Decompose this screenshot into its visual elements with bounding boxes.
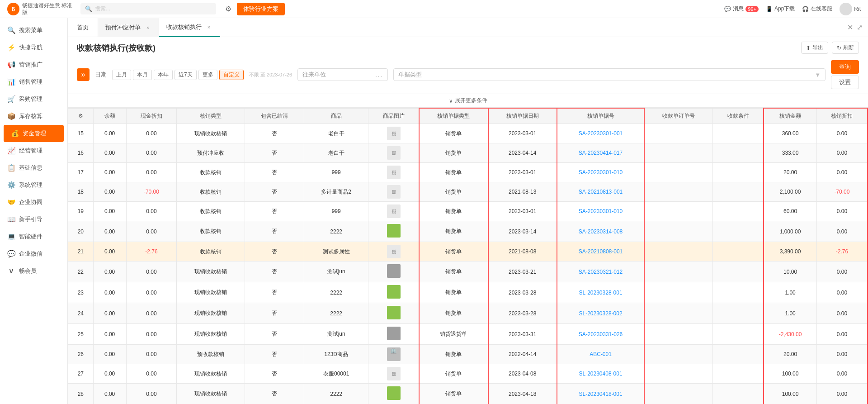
row-id: 21: [68, 242, 94, 261]
maximize-icon[interactable]: ⤢: [857, 23, 863, 32]
row-receipt-no: [644, 221, 712, 242]
export-btn[interactable]: ⬆ 导出: [801, 42, 828, 54]
operations-icon: 📈: [7, 147, 15, 155]
settings-icon[interactable]: ⚙: [225, 5, 231, 13]
app-download-btn[interactable]: 📱 App下载: [766, 5, 795, 13]
row-cancel-amount: 60.00: [764, 202, 816, 221]
sidebar-item-marketing[interactable]: 📢 营销推广: [0, 56, 67, 73]
doc-no-link[interactable]: SA-20230301-010: [579, 169, 623, 176]
doc-no-link[interactable]: ABC-001: [590, 351, 612, 357]
doc-no-link[interactable]: SA-20230301-010: [579, 208, 623, 214]
tab-bar-actions: ✕ ⤢: [842, 23, 868, 32]
date-label: 日期: [95, 71, 107, 79]
doc-no-link[interactable]: SA-20210808-001: [579, 248, 623, 255]
row-doc-date: 2021-08-13: [488, 182, 557, 202]
row-include-settled: 否: [245, 163, 304, 182]
doc-no-link[interactable]: SL-20230418-001: [579, 391, 623, 397]
sidebar-item-purchase[interactable]: 🛒 采购管理: [0, 90, 67, 108]
setting-btn[interactable]: 设置: [831, 76, 859, 89]
row-goods: 999: [304, 163, 368, 182]
tab-prepay[interactable]: 预付冲应付单 ×: [98, 18, 159, 37]
sidebar-item-quick[interactable]: ⚡ 快捷导航: [0, 39, 67, 56]
row-receipt-cond: [713, 202, 764, 221]
row-receipt-cond: [713, 242, 764, 261]
row-doc-date: 2023-03-01: [488, 124, 557, 143]
row-id: 25: [68, 324, 94, 345]
row-doc-no: SL-20230328-002: [557, 303, 644, 324]
row-cancel-type: 现销收款核销: [177, 324, 245, 345]
date-btn-custom[interactable]: 自定义: [219, 70, 244, 80]
goods-image: 🖼: [387, 204, 401, 218]
gear-header-icon[interactable]: ⚙: [78, 113, 83, 119]
row-doc-no: SL-20230328-001: [557, 282, 644, 303]
doc-type-filter[interactable]: 单据类型 ▼: [393, 68, 826, 81]
doc-no-link[interactable]: SA-20230314-008: [579, 228, 623, 235]
sidebar-item-hardware[interactable]: 💻 智能硬件: [0, 228, 67, 245]
doc-no-link[interactable]: SA-20210813-001: [579, 189, 623, 195]
doc-no-link[interactable]: SA-20230331-026: [579, 331, 623, 337]
tab-receipt-cancel[interactable]: 收款核销执行 ×: [159, 18, 220, 37]
online-service-btn[interactable]: 🎧 在线客服: [802, 5, 832, 13]
row-cancel-type: 现销收款核销: [177, 384, 245, 404]
refresh-btn[interactable]: ↻ 刷新: [832, 42, 859, 54]
sidebar-item-operations[interactable]: 📈 经营管理: [0, 142, 67, 159]
tab-home[interactable]: 首页: [68, 18, 98, 37]
top-search-input[interactable]: 🔍 搜索...: [80, 3, 216, 14]
row-cancel-amount: 2,100.00: [764, 182, 816, 202]
row-cash-discount: 0.00: [126, 384, 177, 404]
date-btn-this-month[interactable]: 本月: [133, 70, 152, 80]
expand-more-btn[interactable]: ∨ 展开更多条件: [449, 97, 487, 105]
row-doc-type: 销货单: [419, 345, 488, 364]
date-btn-7days[interactable]: 近7天: [175, 70, 197, 80]
date-btn-this-year[interactable]: 本年: [154, 70, 173, 80]
row-goods-img: [368, 384, 420, 404]
goods-image: [387, 306, 401, 319]
query-btn[interactable]: 查询: [831, 60, 859, 74]
row-goods-img: [368, 261, 420, 282]
sidebar-item-sales[interactable]: 📊 销售管理: [0, 73, 67, 90]
row-cancel-amount: 333.00: [764, 143, 816, 163]
goods-image: [387, 386, 401, 400]
sidebar-item-guide[interactable]: 📖 新手引导: [0, 211, 67, 228]
date-btn-more[interactable]: 更多: [198, 70, 217, 80]
sidebar-item-system[interactable]: ⚙️ 系统管理: [0, 176, 67, 194]
doc-no-link[interactable]: SL-20230328-002: [579, 310, 623, 317]
doc-no-link[interactable]: SL-20230328-001: [579, 290, 623, 296]
col-doc-type: 核销单据类型: [419, 108, 488, 124]
sidebar-item-wechat[interactable]: 💬 企业微信: [0, 245, 67, 262]
sidebar-item-member[interactable]: V 畅会员: [0, 262, 67, 280]
partner-filter[interactable]: 往来单位 ...: [297, 68, 388, 81]
sidebar-item-collab[interactable]: 🤝 企业协同: [0, 194, 67, 211]
row-goods-img: 🖼: [368, 163, 420, 182]
close-tab-prepay[interactable]: ×: [144, 24, 151, 31]
message-btn[interactable]: 💬 消息 99+: [724, 5, 759, 13]
row-doc-type: 销货退货单: [419, 324, 488, 345]
doc-no-link[interactable]: SA-20230301-001: [579, 130, 623, 137]
hardware-icon: 💻: [7, 233, 15, 241]
row-receipt-no: [644, 345, 712, 364]
basic-icon: 📋: [7, 164, 15, 172]
doc-no-link[interactable]: SA-20230321-012: [579, 269, 623, 275]
row-doc-no: SA-20230314-008: [557, 221, 644, 242]
date-btn-last-month[interactable]: 上月: [112, 70, 131, 80]
sidebar-item-finance[interactable]: 💰 资金管理: [4, 125, 64, 142]
filter-toggle-btn[interactable]: »: [77, 68, 90, 81]
row-receipt-cond: [713, 324, 764, 345]
row-cancel-amount: 20.00: [764, 163, 816, 182]
sidebar-item-basic[interactable]: 📋 基础信息: [0, 159, 67, 176]
row-cancel-amount: 1,000.00: [764, 221, 816, 242]
row-doc-no: ABC-001: [557, 345, 644, 364]
expand-more-bar: ∨ 展开更多条件: [68, 94, 868, 108]
row-receipt-no: [644, 364, 712, 384]
close-window-icon[interactable]: ✕: [847, 23, 853, 32]
row-cancel-amount: 10.00: [764, 261, 816, 282]
industry-btn[interactable]: 体验行业方案: [237, 3, 285, 15]
row-receipt-no: [644, 384, 712, 404]
user-area[interactable]: Rit: [840, 3, 861, 15]
doc-no-link[interactable]: SL-20230408-001: [579, 371, 623, 377]
marketing-icon: 📢: [7, 61, 15, 69]
doc-no-link[interactable]: SA-20230414-017: [579, 150, 623, 156]
sidebar-item-search[interactable]: 🔍 搜索菜单: [0, 22, 67, 39]
close-tab-receipt-cancel[interactable]: ×: [205, 24, 212, 31]
sidebar-item-inventory[interactable]: 📦 库存核算: [0, 108, 67, 125]
